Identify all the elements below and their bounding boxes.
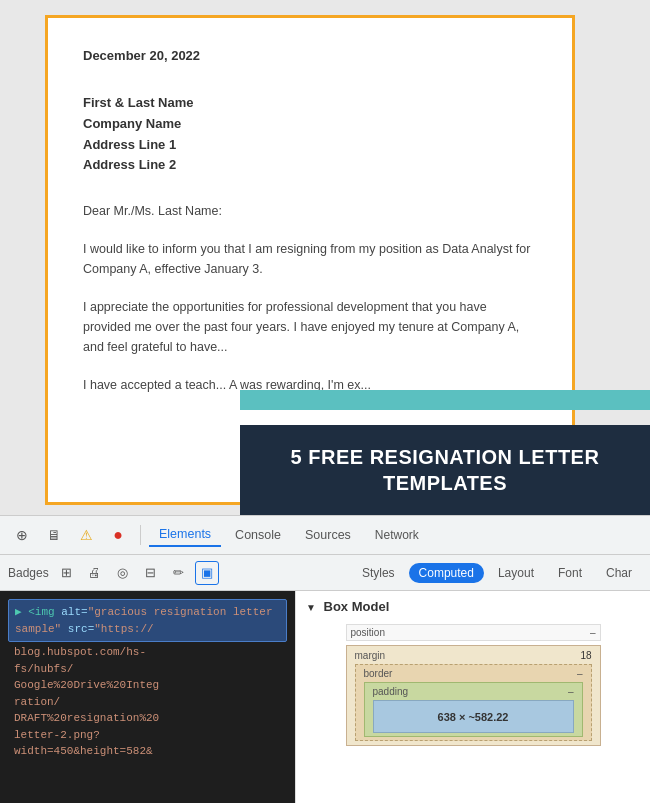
recipient-line2: Company Name [83, 114, 537, 135]
content-size: 638 × ~582.22 [438, 711, 509, 723]
position-label: position [351, 627, 385, 638]
border-value: – [577, 668, 583, 679]
box-model-title: ▼ Box Model [306, 599, 640, 614]
computed-tab[interactable]: Computed [409, 563, 484, 583]
devtools-toolbar2: Badges ⊞ 🖨 ◎ ⊟ ✏ ▣ Styles Computed Layou… [0, 555, 650, 591]
print-icon[interactable]: 🖨 [83, 561, 107, 585]
html-panel: ▶ <img alt="gracious resignation letter … [0, 591, 295, 803]
styles-tab[interactable]: Styles [352, 563, 405, 583]
box-model-panel: ▼ Box Model position – margin 18 border [295, 591, 650, 803]
error-icon[interactable]: ● [104, 521, 132, 549]
warning-icon[interactable]: ⚠ [72, 521, 100, 549]
attr-src-value: "https:// [94, 623, 153, 635]
html-url-continuation: blog.hubspot.com/hs- fs/hubfs/ Google%20… [8, 644, 287, 760]
promo-banner: 5 FREE RESIGNATION LETTER TEMPLATES [240, 425, 650, 515]
letter-recipient: First & Last Name Company Name Address L… [83, 93, 537, 176]
recipient-line1: First & Last Name [83, 93, 537, 114]
selected-html-element[interactable]: ▶ <img alt="gracious resignation letter … [8, 599, 287, 642]
tab-console[interactable]: Console [225, 524, 291, 546]
tab-sources[interactable]: Sources [295, 524, 361, 546]
banner-text: 5 FREE RESIGNATION LETTER TEMPLATES [260, 444, 630, 496]
attr-alt: alt= [61, 606, 87, 618]
position-value: – [590, 627, 596, 638]
paragraph1: I would like to inform you that I am res… [83, 239, 537, 279]
box-model-visual: position – margin 18 border – [346, 624, 601, 746]
display-icon[interactable]: 🖥 [40, 521, 68, 549]
table-icon[interactable]: ⊞ [55, 561, 79, 585]
salutation: Dear Mr./Ms. Last Name: [83, 201, 537, 221]
attr-src: src= [68, 623, 94, 635]
badges-label: Badges [8, 566, 49, 580]
recipient-line3: Address Line 1 [83, 135, 537, 156]
html-tag: ▶ <img [15, 606, 55, 618]
letter-body: Dear Mr./Ms. Last Name: I would like to … [83, 201, 537, 395]
grid-layout-icon[interactable]: ⊟ [139, 561, 163, 585]
recipient-line4: Address Line 2 [83, 155, 537, 176]
tab-network[interactable]: Network [365, 524, 429, 546]
letter-date: December 20, 2022 [83, 48, 537, 63]
preview-area: December 20, 2022 First & Last Name Comp… [0, 0, 650, 515]
pen-icon[interactable]: ✏ [167, 561, 191, 585]
teal-strip [240, 390, 650, 410]
tab-elements[interactable]: Elements [149, 523, 221, 547]
devtools-toolbar1: ⊕ 🖥 ⚠ ● Elements Console Sources Network [0, 515, 650, 555]
layout-tab[interactable]: Layout [488, 563, 544, 583]
margin-label: margin [355, 650, 386, 661]
triangle-icon: ▼ [306, 602, 316, 613]
padding-label: padding [373, 686, 409, 697]
paragraph2: I appreciate the opportunities for profe… [83, 297, 537, 357]
margin-value: 18 [580, 650, 591, 661]
devtools-panel: ▶ <img alt="gracious resignation letter … [0, 591, 650, 803]
padding-value: – [568, 686, 574, 697]
sidebar-icon[interactable]: ▣ [195, 561, 219, 585]
border-label: border [364, 668, 393, 679]
crosshair-icon[interactable]: ⊕ [8, 521, 36, 549]
char-tab[interactable]: Char [596, 563, 642, 583]
separator1 [140, 525, 141, 545]
accessibility-icon[interactable]: ◎ [111, 561, 135, 585]
font-tab[interactable]: Font [548, 563, 592, 583]
